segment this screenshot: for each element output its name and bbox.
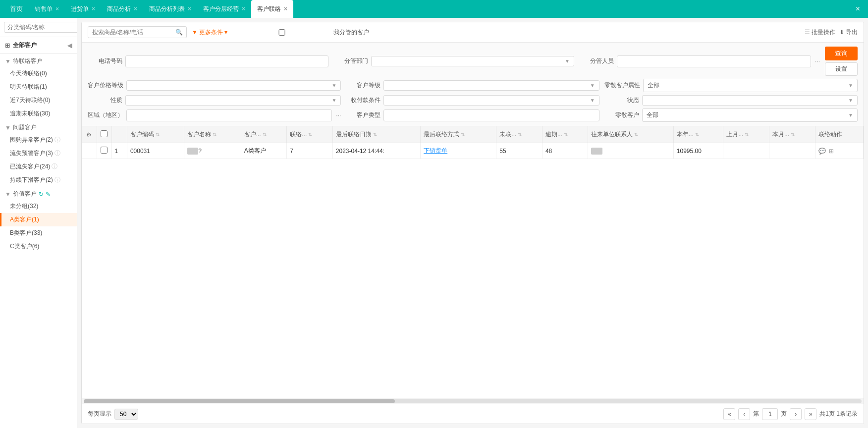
th-last-contact-date[interactable]: 最后联络日期 ⇅ (332, 126, 420, 143)
edit-icon[interactable]: ✎ (46, 191, 51, 198)
batch-operation-button[interactable]: ☰ 批量操作 (805, 28, 835, 37)
th-unit-contact[interactable]: 往来单位联系人 ⇅ (588, 126, 673, 143)
sidebar-item-today-contact[interactable]: 今天待联络(0) (0, 67, 77, 80)
group-arrow-problem: ▼ (5, 124, 11, 131)
per-page-select[interactable]: 50 (114, 409, 138, 420)
filter-row-3: 性质 ▼ 收付款条件 ▼ 状态 (88, 95, 858, 106)
sidebar-item-7day-contact[interactable]: 近7天待联络(0) (0, 94, 77, 107)
filter-bar-right: ☰ 批量操作 ⬇ 导出 (805, 28, 858, 37)
refresh-icon[interactable]: ↻ (39, 191, 44, 198)
filter-retail-select[interactable]: 全部 ▼ (642, 108, 858, 122)
last-page-button[interactable]: » (805, 408, 816, 420)
filter-payment-select[interactable]: ▼ (383, 95, 599, 106)
close-product-analysis-list[interactable]: × (188, 5, 191, 12)
sidebar-item-hoarding-abnormal[interactable]: 囤购异常客户(2) ⓘ (0, 133, 77, 147)
filter-status-select[interactable]: ▼ (642, 95, 858, 106)
close-customer-segmentation[interactable]: × (242, 5, 245, 12)
tab-customer-contact[interactable]: 客户联络 × (251, 0, 293, 18)
row-this-year: 10995.00 (673, 143, 723, 159)
sidebar-item-tomorrow-contact[interactable]: 明天待联络(1) (0, 80, 77, 94)
filter-person-input[interactable] (617, 55, 811, 67)
filter-customer-type: 客户类型 (346, 109, 599, 121)
masked-unit-contact: ■■ (591, 148, 602, 155)
filter-dept: 分管部门 ▼ (333, 56, 574, 66)
row-last-contact-method[interactable]: 下销货单 (421, 143, 496, 159)
per-page-group: 每页显示 50 (88, 409, 138, 420)
prev-page-button[interactable]: ‹ (738, 408, 750, 420)
th-this-month[interactable]: 本月... ⇅ (769, 126, 815, 143)
th-contact[interactable]: 联络... ⇅ (287, 126, 333, 143)
scrollbar-thumb[interactable] (84, 399, 395, 403)
tab-product-analysis-list[interactable]: 商品分析列表 × (143, 0, 197, 18)
close-purchase-order[interactable]: × (92, 5, 95, 12)
last-contact-method-link[interactable]: 下销货单 (424, 147, 447, 154)
tab-product-analysis[interactable]: 商品分析 × (101, 0, 143, 18)
sidebar-item-class-c[interactable]: C类客户(6) (0, 240, 77, 253)
sidebar-item-declining[interactable]: 持续下滑客户(2) ⓘ (0, 173, 77, 187)
person-more-icon[interactable]: ··· (815, 58, 820, 65)
sidebar-item-overdue-contact[interactable]: 逾期未联络(30) (0, 107, 77, 120)
th-last-contact-method[interactable]: 最后联络方式 ⇅ (421, 126, 496, 143)
filter-phone-input[interactable] (125, 55, 328, 67)
first-page-button[interactable]: « (723, 408, 735, 420)
filter-customer-type-input[interactable] (383, 109, 599, 121)
close-product-analysis[interactable]: × (134, 5, 137, 12)
sort-icon-overdue: ⇅ (564, 132, 568, 137)
more-filters-arrow: ▾ (224, 29, 227, 36)
region-more-icon[interactable]: ··· (336, 112, 341, 119)
sidebar-group-pending[interactable]: ▼ 待联络客户 (0, 54, 77, 67)
table-row: 1 000031 ■■? A类客户 7 2023-04-12 14:44: 下销… (82, 143, 864, 159)
tab-purchase-order[interactable]: 进货单 × (65, 0, 101, 18)
th-name[interactable]: 客户名称 ⇅ (184, 126, 241, 143)
sidebar-group-problem[interactable]: ▼ 问题客户 (0, 120, 77, 133)
tab-sales-order[interactable]: 销售单 × (29, 0, 65, 18)
my-customers-checkbox[interactable] (232, 29, 331, 36)
th-code[interactable]: 客户编码 ⇅ (127, 126, 184, 143)
sidebar-item-class-a[interactable]: A类客户(1) (0, 213, 77, 226)
row-no-contact: 55 (496, 143, 542, 159)
horizontal-scrollbar[interactable] (82, 398, 864, 404)
filter-retail-attr-select[interactable]: 全部 ▼ (643, 79, 858, 92)
close-customer-contact[interactable]: × (284, 5, 287, 12)
qr-action-icon[interactable]: ⊞ (829, 148, 834, 155)
chat-action-icon[interactable]: 💬 (818, 148, 826, 155)
th-category[interactable]: 客户... ⇅ (241, 126, 287, 143)
next-page-button[interactable]: › (790, 408, 802, 420)
main-search-input[interactable] (88, 26, 187, 38)
sidebar-item-churn-warning[interactable]: 流失预警客户(3) ⓘ (0, 147, 77, 160)
filter-region-input[interactable] (126, 109, 332, 121)
close-sales-order[interactable]: × (55, 5, 59, 12)
sidebar-item-class-b[interactable]: B类客户(33) (0, 226, 77, 240)
tab-customer-segmentation[interactable]: 客户分层经营 × (197, 0, 251, 18)
th-no-contact[interactable]: 未联... ⇅ (496, 126, 542, 143)
sidebar-item-churned[interactable]: 已流失客户(24) ⓘ (0, 160, 77, 173)
row-checkbox[interactable] (101, 147, 108, 154)
th-last-month[interactable]: 上月... ⇅ (723, 126, 769, 143)
filter-dept-select[interactable]: ▼ (371, 56, 574, 66)
sidebar-group-value[interactable]: ▼ 价值客户 ↻ ✎ (0, 187, 77, 200)
th-this-year[interactable]: 本年... ⇅ (673, 126, 723, 143)
th-overdue[interactable]: 逾期... ⇅ (542, 126, 588, 143)
filter-price-level-select[interactable]: ▼ (126, 80, 341, 91)
window-close-button[interactable]: × (852, 4, 864, 13)
export-button[interactable]: ⬇ 导出 (839, 28, 858, 37)
sidebar-item-ungrouped[interactable]: 未分组(32) (0, 200, 77, 213)
th-gear[interactable]: ⚙ (82, 126, 97, 143)
sidebar-search-input[interactable] (4, 22, 77, 33)
total-records-label: 共1页 1条记录 (819, 410, 858, 418)
filter-nature-select[interactable]: ▼ (125, 95, 341, 106)
settings-button[interactable]: 设置 (825, 62, 858, 76)
th-checkbox (97, 126, 111, 143)
sidebar-collapse-button[interactable]: ◀ (67, 42, 72, 49)
page-number-input[interactable] (762, 408, 778, 420)
payment-down-arrow: ▼ (590, 98, 595, 103)
home-tab[interactable]: 首页 (4, 0, 29, 18)
select-all-checkbox[interactable] (101, 130, 108, 137)
filter-phone-label: 电话号码 (88, 57, 122, 65)
info-icon-declining: ⓘ (54, 176, 60, 184)
query-button[interactable]: 查询 (825, 47, 858, 60)
filter-customer-level-select[interactable]: ▼ (383, 80, 599, 91)
more-filters-button[interactable]: ▼ 更多条件 ▾ (192, 28, 227, 37)
filter-retail-label: 零散客户 (604, 111, 639, 119)
main-search-icon[interactable]: 🔍 (175, 29, 183, 36)
